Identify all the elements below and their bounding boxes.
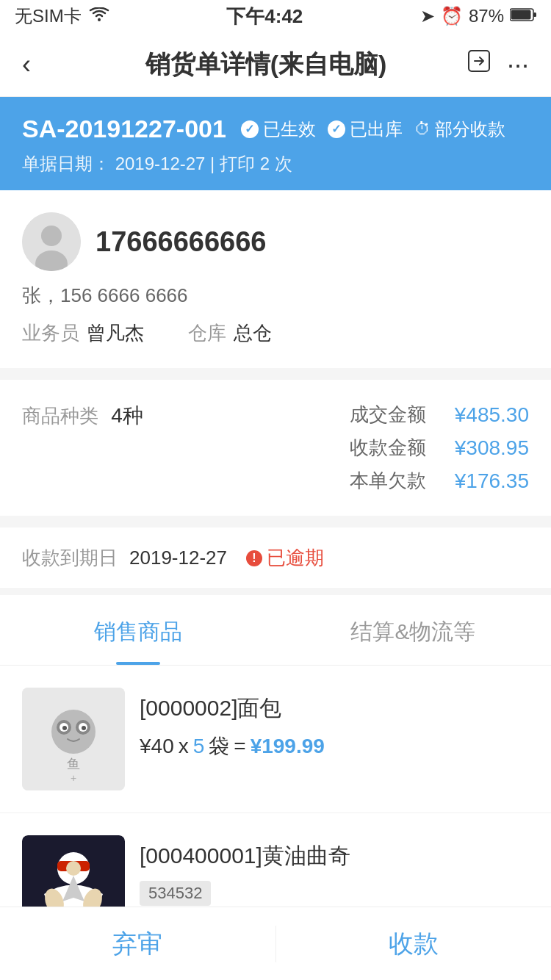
overdue-icon: !: [246, 550, 262, 566]
svg-point-0: [98, 18, 101, 21]
battery-text: 87%: [469, 6, 504, 26]
summary-left: 商品种类 4种: [22, 402, 143, 430]
order-header: SA-20191227-001 ✓ 已生效 ✓ 已出库 ⏱ 部分收款 单据日期：…: [0, 97, 551, 190]
status-badges: ✓ 已生效 ✓ 已出库 ⏱ 部分收款: [241, 118, 505, 141]
status-right: ➤ ⏰ 87%: [420, 6, 536, 26]
page-title: 销货单详情(来自电脑): [145, 48, 387, 82]
more-button[interactable]: ···: [507, 49, 529, 80]
avatar: [22, 212, 81, 271]
summary-section: 商品种类 4种 成交金额 ¥485.30 收款金额 ¥308.95 本单欠款 ¥…: [0, 380, 551, 516]
tab-settlement[interactable]: 结算&物流等: [276, 595, 551, 665]
alarm-icon: ⏰: [441, 6, 463, 26]
back-button[interactable]: ‹: [22, 49, 66, 80]
due-section: 收款到期日 2019-12-27 ! 已逾期: [0, 527, 551, 589]
status-left: 无SIM卡: [15, 4, 109, 28]
product-name-1: [0000002]面包: [140, 693, 529, 724]
tabs-header: 销售商品 结算&物流等: [0, 595, 551, 666]
salesperson-item: 业务员 曾凡杰: [22, 320, 144, 346]
nav-bar: ‹ 销货单详情(来自电脑) ···: [0, 32, 551, 97]
svg-text:+: +: [71, 772, 76, 784]
svg-rect-3: [533, 12, 536, 17]
badge-partial: ⏱ 部分收款: [414, 118, 505, 141]
svg-point-21: [66, 861, 81, 876]
tab-products[interactable]: 销售商品: [0, 595, 276, 665]
svg-point-14: [62, 726, 67, 730]
badge-active: ✓ 已生效: [241, 118, 316, 141]
status-bar: 无SIM卡 下午4:42 ➤ ⏰ 87%: [0, 0, 551, 32]
status-time: 下午4:42: [226, 4, 303, 29]
svg-point-6: [41, 226, 62, 246]
product-price-row-1: ¥40 x 5 袋 = ¥199.99: [140, 732, 529, 760]
customer-section: 17666666666 张，156 6666 6666 业务员 曾凡杰 仓库 总…: [0, 190, 551, 368]
signal-text: 无SIM卡: [15, 4, 82, 28]
product-image-1: 鱼 +: [22, 688, 125, 790]
badge-shipped: ✓ 已出库: [328, 118, 403, 141]
product-name-2: [000400001]黄油曲奇: [140, 841, 529, 871]
received-row: 收款金额 ¥308.95: [350, 435, 529, 461]
share-button[interactable]: [466, 48, 492, 81]
summary-right: 成交金额 ¥485.30 收款金额 ¥308.95 本单欠款 ¥176.35: [350, 402, 529, 494]
amount-row: 成交金额 ¥485.30: [350, 402, 529, 428]
order-id: SA-20191227-001: [22, 115, 226, 143]
cancel-button[interactable]: 弃审: [0, 907, 276, 980]
customer-meta: 业务员 曾凡杰 仓库 总仓: [22, 320, 529, 346]
svg-point-15: [82, 726, 86, 730]
product-item: 鱼 + [0000002]面包 ¥40 x 5 袋 = ¥199.99: [0, 666, 551, 813]
customer-name: 张，156 6666 6666: [22, 283, 529, 309]
location-icon: ➤: [420, 6, 435, 26]
svg-text:鱼: 鱼: [67, 757, 80, 771]
owed-row: 本单欠款 ¥176.35: [350, 468, 529, 494]
wifi-icon: [89, 6, 109, 26]
product-sku-badge: 534532: [140, 881, 211, 906]
warehouse-item: 仓库 总仓: [188, 320, 272, 346]
overdue-badge: ! 已逾期: [246, 545, 324, 571]
battery-icon: [510, 6, 536, 26]
check-icon-active: ✓: [241, 120, 259, 138]
product-info-1: [0000002]面包 ¥40 x 5 袋 = ¥199.99: [140, 688, 529, 760]
nav-actions: ···: [466, 48, 529, 81]
order-date-row: 单据日期： 2019-12-27 | 打印 2 次: [22, 152, 529, 176]
check-icon-shipped: ✓: [328, 120, 345, 138]
customer-id: 17666666666: [96, 226, 266, 258]
svg-rect-2: [511, 10, 530, 20]
confirm-button[interactable]: 收款: [276, 907, 552, 980]
bottom-bar: 弃审 收款: [0, 907, 551, 980]
clock-icon: ⏱: [414, 120, 431, 139]
